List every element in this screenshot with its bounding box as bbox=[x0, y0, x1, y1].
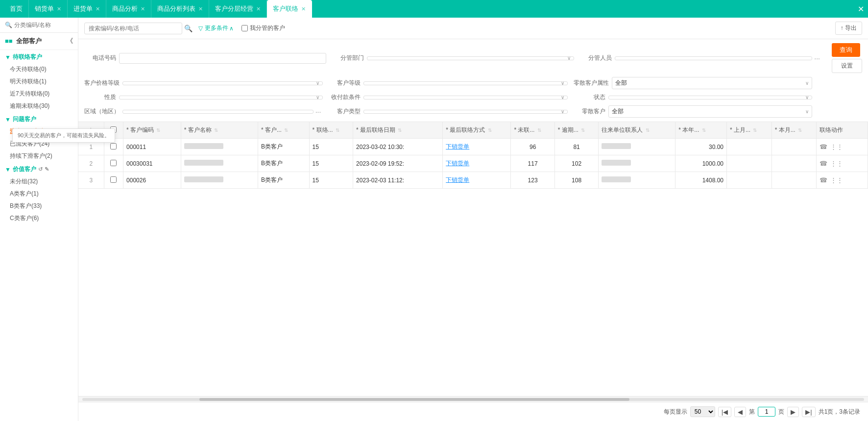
filter-select-region[interactable] bbox=[122, 110, 313, 114]
more-filters-button[interactable]: ▽ 更多条件 ∧ bbox=[198, 24, 234, 32]
tab-product-list[interactable]: 商品分析列表 ✕ bbox=[151, 0, 209, 18]
method-link[interactable]: 下销货单 bbox=[446, 160, 469, 167]
collapse-icon[interactable]: 《 bbox=[67, 37, 73, 46]
tab-sales[interactable]: 销货单 ✕ bbox=[29, 0, 68, 18]
scroll-thumb[interactable] bbox=[199, 398, 629, 401]
sidebar-item-overdue-contact[interactable]: 逾期未联络(30) bbox=[0, 100, 78, 112]
page-number-input[interactable] bbox=[758, 407, 775, 417]
sort-icon[interactable]: ⇅ bbox=[488, 127, 492, 133]
sort-icon[interactable]: ⇅ bbox=[753, 127, 757, 133]
filter-select-dept[interactable]: ∨ bbox=[367, 56, 574, 60]
sort-icon[interactable]: ⇅ bbox=[336, 127, 339, 133]
sort-icon[interactable]: ⇅ bbox=[646, 127, 650, 133]
all-customers-label: ■■ 全部客户 bbox=[5, 37, 42, 46]
close-icon[interactable]: ✕ bbox=[256, 6, 261, 12]
filter-retail: 零散客户 全部 ∨ bbox=[574, 105, 812, 118]
tab-home[interactable]: 首页 bbox=[4, 0, 29, 18]
cell-last-method[interactable]: 下销货单 bbox=[443, 172, 511, 189]
close-icon[interactable]: ✕ bbox=[96, 6, 100, 12]
close-icon[interactable]: ✕ bbox=[57, 6, 61, 12]
filter-select-status[interactable]: ∨ bbox=[608, 96, 812, 99]
filter-select-nature[interactable]: ∨ bbox=[119, 96, 323, 99]
filter-status: 状态 ∨ bbox=[574, 93, 812, 101]
sidebar-section-value[interactable]: ▼ 价值客户 ↺ ✎ bbox=[0, 162, 78, 175]
my-customers-checkbox[interactable] bbox=[241, 25, 248, 31]
cell-checkbox[interactable] bbox=[104, 155, 123, 172]
sidebar-item-declining[interactable]: 持续下滑客户(2) bbox=[0, 150, 78, 162]
tooltip-problem-customers: 90天无交易的客户，可能有流失风险。 bbox=[12, 128, 78, 143]
sidebar-item-7days[interactable]: 近7天待联络(0) bbox=[0, 88, 78, 100]
cell-company-contact bbox=[599, 155, 675, 172]
close-icon[interactable]: ✕ bbox=[301, 6, 306, 12]
contact-icon[interactable]: ☎ bbox=[820, 176, 827, 184]
sort-icon[interactable]: ⇅ bbox=[398, 127, 402, 133]
filter-select-retail-attr[interactable]: 全部 ∨ bbox=[612, 77, 812, 89]
edit-icon[interactable]: ✎ bbox=[45, 166, 49, 173]
sort-icon[interactable]: ⇅ bbox=[284, 127, 288, 133]
tab-product-analysis[interactable]: 商品分析 ✕ bbox=[106, 0, 151, 18]
tab-bar: 首页 销货单 ✕ 进货单 ✕ 商品分析 ✕ 商品分析列表 ✕ 客户分层经营 ✕ … bbox=[0, 0, 868, 18]
more-action-icon[interactable]: ⋮⋮ bbox=[830, 143, 843, 150]
query-button[interactable]: 查询 bbox=[832, 43, 860, 57]
close-icon[interactable]: ✕ bbox=[141, 6, 145, 12]
sidebar-all-customers[interactable]: ■■ 全部客户 《 bbox=[0, 33, 78, 50]
sort-icon[interactable]: ⇅ bbox=[798, 127, 802, 133]
filter-select-cust-type[interactable]: ∨ bbox=[363, 110, 567, 114]
cell-checkbox[interactable] bbox=[104, 172, 123, 189]
sort-icon[interactable]: ⇅ bbox=[214, 127, 218, 133]
sidebar-search-input[interactable] bbox=[14, 22, 73, 28]
region-dots-button[interactable]: ··· bbox=[313, 108, 323, 116]
filter-input-phone[interactable] bbox=[119, 53, 326, 64]
sort-icon[interactable]: ⇅ bbox=[702, 127, 706, 133]
cell-action: ☎ ⋮⋮ bbox=[817, 155, 868, 172]
filter-select-retail[interactable]: 全部 ∨ bbox=[608, 105, 812, 118]
tab-purchase[interactable]: 进货单 ✕ bbox=[68, 0, 106, 18]
filter-select-price[interactable]: ∨ bbox=[122, 81, 323, 85]
sidebar-item-ungroup[interactable]: 未分组(32) bbox=[0, 175, 78, 188]
tab-customer-contact[interactable]: 客户联络 ✕ bbox=[267, 0, 312, 18]
manager-dots-button[interactable]: ··· bbox=[812, 54, 822, 62]
refresh-icon[interactable]: ↺ bbox=[38, 166, 43, 173]
horizontal-scrollbar[interactable] bbox=[78, 396, 868, 402]
sidebar-item-class-a[interactable]: A类客户(1) bbox=[0, 188, 78, 200]
sort-icon[interactable]: ⇅ bbox=[581, 127, 585, 133]
search-button[interactable]: 🔍 bbox=[184, 25, 193, 32]
last-page-button[interactable]: ▶| bbox=[802, 407, 815, 417]
search-input[interactable] bbox=[84, 23, 182, 34]
contact-icon[interactable]: ☎ bbox=[820, 160, 827, 167]
sidebar-item-today[interactable]: 今天待联络(0) bbox=[0, 63, 78, 75]
sidebar-item-class-b[interactable]: B类客户(33) bbox=[0, 200, 78, 212]
cell-overdue: 102 bbox=[555, 155, 598, 172]
col-header-last-date: * 最后联络日期 ⇅ bbox=[353, 122, 443, 139]
tab-customer-tier[interactable]: 客户分层经营 ✕ bbox=[209, 0, 267, 18]
cell-last-date: 2023-03-02 10:30: bbox=[353, 139, 443, 155]
filter-select-manager[interactable] bbox=[615, 56, 812, 60]
settings-button[interactable]: 设置 bbox=[832, 59, 862, 73]
method-link[interactable]: 下销货单 bbox=[446, 143, 469, 150]
col-header-contact: * 联络... ⇅ bbox=[309, 122, 353, 139]
contact-icon[interactable]: ☎ bbox=[820, 143, 827, 150]
sort-icon[interactable]: ⇅ bbox=[156, 127, 160, 133]
window-close-button[interactable]: ✕ bbox=[858, 4, 864, 14]
sidebar-item-tomorrow[interactable]: 明天待联络(1) bbox=[0, 75, 78, 88]
sort-icon[interactable]: ⇅ bbox=[537, 127, 541, 133]
first-page-button[interactable]: |◀ bbox=[718, 407, 731, 417]
per-page-select[interactable]: 50 100 200 bbox=[690, 406, 715, 417]
more-action-icon[interactable]: ⋮⋮ bbox=[830, 160, 843, 167]
method-link[interactable]: 下销货单 bbox=[446, 176, 469, 183]
filter-select-cust-level[interactable]: ∨ bbox=[363, 81, 567, 85]
close-icon[interactable]: ✕ bbox=[198, 6, 203, 12]
total-records: 共1页，3条记录 bbox=[819, 408, 860, 416]
cell-last-method[interactable]: 下销货单 bbox=[443, 139, 511, 155]
my-customers-checkbox-label[interactable]: 我分管的客户 bbox=[241, 24, 285, 32]
sidebar-section-problem[interactable]: ▼ 问题客户 bbox=[0, 112, 78, 125]
more-action-icon[interactable]: ⋮⋮ bbox=[830, 176, 843, 184]
sidebar-section-pending[interactable]: ▼ 待联络客户 bbox=[0, 50, 78, 63]
filter-select-payment[interactable]: ∨ bbox=[363, 96, 567, 99]
export-button[interactable]: ↑ 导出 bbox=[835, 22, 862, 35]
cell-name bbox=[181, 172, 258, 189]
prev-page-button[interactable]: ◀ bbox=[734, 407, 746, 417]
next-page-button[interactable]: ▶ bbox=[787, 407, 799, 417]
sidebar-item-class-c[interactable]: C类客户(6) bbox=[0, 212, 78, 224]
cell-last-method[interactable]: 下销货单 bbox=[443, 155, 511, 172]
